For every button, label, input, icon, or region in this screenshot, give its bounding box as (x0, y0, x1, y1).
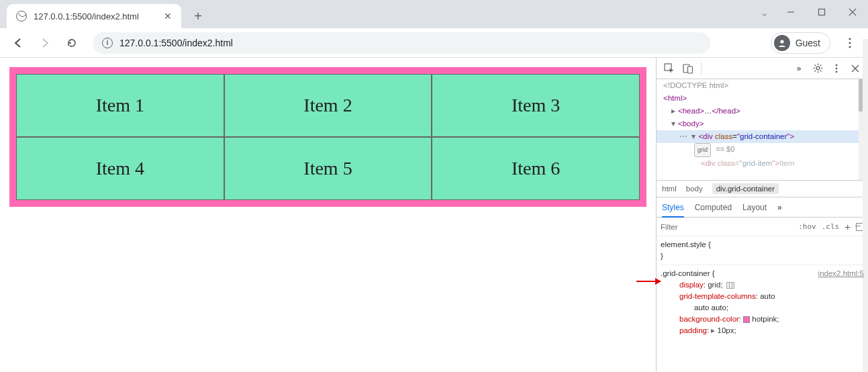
minimize-button[interactable] (775, 0, 806, 24)
profile-chip[interactable]: Guest (771, 32, 830, 54)
crumb-selected[interactable]: div.grid-container (712, 183, 779, 194)
svg-line-18 (820, 65, 821, 66)
color-swatch[interactable] (743, 316, 750, 323)
grid-item: Item 4 (16, 137, 224, 200)
breadcrumb[interactable]: html body div.grid-container (657, 180, 868, 197)
grid-item: Item 6 (432, 137, 640, 200)
svg-point-11 (816, 66, 820, 70)
close-devtools-icon[interactable] (847, 60, 864, 77)
devtools-menu-icon[interactable] (828, 60, 845, 77)
elements-tree[interactable]: <!DOCTYPE html> <html> ▸<head>…</head> ▾… (657, 79, 868, 180)
tab-strip: 127.0.0.1:5500/index2.html ✕ + (0, 0, 868, 28)
tab-layout[interactable]: Layout (742, 203, 767, 212)
new-style-rule-icon[interactable]: + (845, 221, 851, 232)
styles-filter-input[interactable]: Filter (661, 223, 793, 231)
devtools-toolbar: » (657, 58, 868, 79)
svg-rect-10 (688, 66, 693, 73)
browser-tab[interactable]: 127.0.0.1:5500/index2.html ✕ (7, 4, 181, 28)
inspect-element-icon[interactable] (661, 60, 678, 77)
chevron-down-icon[interactable]: ⌄ (760, 6, 769, 19)
tab-title: 127.0.0.1:5500/index2.html (34, 11, 139, 21)
content-area: Item 1 Item 2 Item 3 Item 4 Item 5 Item … (0, 58, 868, 372)
grid-badge[interactable]: grid (694, 143, 711, 157)
crumb-body[interactable]: body (686, 185, 703, 193)
svg-point-6 (849, 42, 851, 44)
back-button[interactable] (7, 32, 30, 54)
globe-icon (16, 11, 27, 21)
hov-toggle[interactable]: :hov (798, 222, 816, 231)
grid-editor-icon[interactable] (726, 282, 734, 289)
styles-rules[interactable]: element.style { } .grid-container {index… (657, 236, 868, 372)
page-viewport: Item 1 Item 2 Item 3 Item 4 Item 5 Item … (0, 58, 656, 372)
grid-item: Item 3 (432, 74, 640, 137)
svg-point-21 (836, 67, 838, 69)
close-window-button[interactable] (837, 0, 868, 24)
browser-menu-button[interactable] (838, 32, 861, 54)
crumb-html[interactable]: html (662, 185, 677, 193)
svg-line-19 (814, 71, 816, 72)
styles-tabs: Styles Computed Layout » (657, 197, 868, 218)
annotation-arrow (636, 281, 661, 282)
url-text: 127.0.0.1:5500/index2.html (119, 38, 233, 48)
tab-computed[interactable]: Computed (695, 203, 732, 212)
device-toggle-icon[interactable] (679, 60, 697, 77)
address-bar[interactable]: i 127.0.0.1:5500/index2.html (93, 32, 710, 54)
svg-point-20 (836, 64, 838, 66)
new-tab-button[interactable]: + (188, 6, 208, 26)
browser-toolbar: i 127.0.0.1:5500/index2.html Guest (0, 28, 868, 58)
avatar-icon (774, 35, 790, 51)
devtools-panel: » <!DOCTYPE html> <html> ▸<head>…</head>… (656, 58, 868, 372)
svg-line-17 (820, 71, 821, 72)
settings-icon[interactable] (809, 60, 826, 77)
svg-point-4 (780, 40, 783, 43)
close-tab-icon[interactable]: ✕ (164, 11, 172, 21)
maximize-button[interactable] (806, 0, 837, 24)
window-controls: ⌄ (760, 0, 868, 24)
grid-container: Item 1 Item 2 Item 3 Item 4 Item 5 Item … (9, 67, 646, 207)
svg-point-5 (849, 38, 851, 40)
site-info-icon[interactable]: i (102, 38, 113, 48)
source-link[interactable]: index2.html:5 (818, 268, 864, 279)
svg-line-16 (814, 65, 816, 66)
grid-item: Item 5 (224, 137, 432, 200)
tab-styles[interactable]: Styles (662, 203, 684, 218)
forward-button[interactable] (34, 32, 56, 54)
svg-point-22 (836, 71, 838, 73)
more-panels-icon[interactable]: » (790, 60, 808, 77)
grid-item: Item 1 (16, 74, 224, 137)
cls-toggle[interactable]: .cls (822, 222, 840, 231)
svg-rect-1 (819, 9, 825, 15)
styles-filter-bar: Filter :hov .cls + (657, 218, 868, 236)
grid-item: Item 2 (224, 74, 432, 137)
selected-element[interactable]: ⋯ ▾<div class="grid-container"> (657, 130, 868, 143)
more-style-tabs-icon[interactable]: » (777, 203, 782, 212)
reload-button[interactable] (60, 32, 83, 54)
svg-point-7 (849, 46, 851, 48)
profile-label: Guest (795, 38, 820, 48)
